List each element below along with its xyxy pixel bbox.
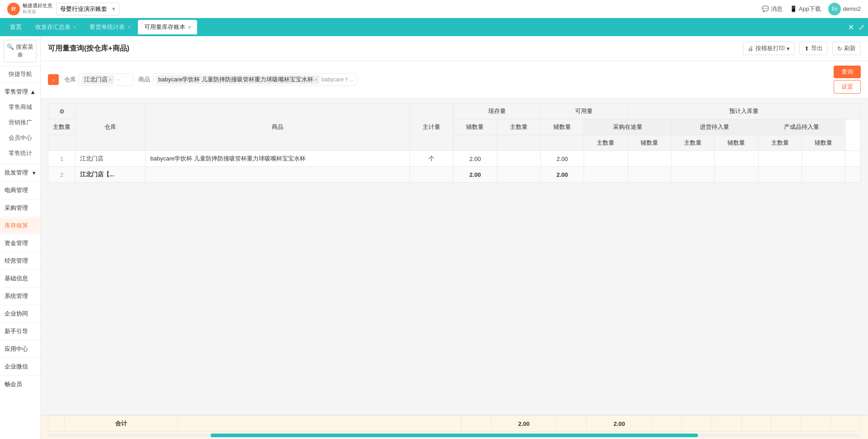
tab-receive-close[interactable]: × <box>73 24 76 30</box>
footer-area: 合计 2.00 2.00 <box>41 415 868 439</box>
sidebar-group-retail-header[interactable]: 零售管理 ▲ <box>0 84 40 99</box>
row-1-av-sub <box>584 151 627 167</box>
inventory-table: ⚙ 仓库 商品 主计量 现存量 可用量 预计入库量 主数量 辅数量 主数量 辅数… <box>48 103 861 183</box>
user-name: demo2 <box>843 5 861 12</box>
th-pt-main: 主数量 <box>584 135 627 151</box>
retail-chevron-icon: ▲ <box>30 89 36 95</box>
table-row: 2 江北门店【... 2.00 2.00 <box>48 167 861 183</box>
sidebar-group-retail: 零售管理 ▲ 零售商城 营销推广 会员中心 零售统计 <box>0 82 40 163</box>
sidebar-item-member-center[interactable]: 会员中心 <box>0 130 40 146</box>
app-icon: 📱 <box>790 5 797 12</box>
sidebar-enterprise-header[interactable]: 企业协同 <box>0 306 40 321</box>
top-bar-right: 💬 消息 📱 App下载 Ea demo2 <box>762 3 861 15</box>
logo-text-area: 畅捷通好生意 标准版 <box>23 3 52 15</box>
app-label: App下载 <box>799 5 821 13</box>
divider-3 <box>0 199 40 199</box>
warehouse-more[interactable]: ··· <box>116 76 120 83</box>
sidebar-app-center-header[interactable]: 应用中心 <box>0 341 40 357</box>
table-container: ⚙ 仓库 商品 主计量 现存量 可用量 预计入库量 主数量 辅数量 主数量 辅数… <box>41 99 868 415</box>
store-selector[interactable]: 母婴行业演示账套 ▾ <box>56 3 119 15</box>
sidebar-ecommerce-header[interactable]: 电商管理 <box>0 183 40 198</box>
message-label: 消息 <box>771 5 783 13</box>
divider-2 <box>0 181 40 182</box>
th-settings[interactable]: ⚙ <box>48 104 75 119</box>
th-cs-main: 主数量 <box>48 119 75 135</box>
product-tag-container[interactable]: babycare学饮杯 儿童防摔防撞吸管杯重力球吸嘴杯宝宝水杯 × babyca… <box>153 73 357 86</box>
sidebar-system-header[interactable]: 系统管理 <box>0 288 40 304</box>
footer-empty-3 <box>461 416 491 432</box>
row-2-fp-sub <box>845 167 861 183</box>
retail-mgmt-label: 零售管理 <box>5 88 28 96</box>
tab-home[interactable]: 首页 <box>4 20 28 34</box>
divider-8 <box>0 287 40 288</box>
query-btn[interactable]: 查询 <box>834 66 861 78</box>
export-icon: ⬆ <box>804 45 809 52</box>
wholesale-chevron-icon: ▾ <box>33 170 36 176</box>
th-pt-sub: 辅数量 <box>627 135 671 151</box>
tab-available[interactable]: 可用量库存账本 × <box>138 20 197 34</box>
sidebar-new-guide-header[interactable]: 新手引导 <box>0 324 40 339</box>
sidebar-group-wholesale-header[interactable]: 批发管理 ▾ <box>0 165 40 180</box>
sidebar: 🔍 搜索菜单 快捷导航 零售管理 ▲ 零售商城 营销推广 会员中心 零售统计 <box>0 36 41 439</box>
sidebar-item-marketing[interactable]: 营销推广 <box>0 115 40 130</box>
search-menu-btn[interactable]: 🔍 搜索菜单 <box>4 40 37 62</box>
footer-empty-1 <box>48 416 65 432</box>
user-area[interactable]: Ea demo2 <box>828 3 861 15</box>
product-more[interactable]: babycare？... <box>321 76 354 84</box>
logo-text: 畅捷通好生意 <box>23 3 52 9</box>
print-btn[interactable]: 🖨 按模板打印 ▾ <box>743 42 795 55</box>
warehouse-filter-group: 仓库 江北门店 × ··· <box>64 73 133 86</box>
th-av-sub: 辅数量 <box>540 119 584 135</box>
export-btn[interactable]: ⬆ 导出 <box>799 42 828 55</box>
row-1-pt-sub <box>671 151 714 167</box>
sidebar-purchase-header[interactable]: 采购管理 <box>0 200 40 216</box>
footer-ip-main <box>741 416 771 432</box>
quick-nav-btn[interactable]: 快捷导航 <box>0 66 40 82</box>
footer-label: 合计 <box>65 416 178 432</box>
footer-av-sub <box>652 416 682 432</box>
print-icon: 🖨 <box>748 45 754 52</box>
row-2-ip-sub <box>758 167 802 183</box>
app-download-btn[interactable]: 📱 App下载 <box>790 5 821 13</box>
tab-receive[interactable]: 收发存汇总表 × <box>29 20 82 34</box>
close-window-icon[interactable]: ✕ <box>848 23 854 32</box>
sidebar-member-header[interactable]: 畅会员 <box>0 377 40 392</box>
footer-ip-sub <box>771 416 801 432</box>
footer-cs-sub <box>557 416 586 432</box>
message-btn[interactable]: 💬 消息 <box>762 5 783 13</box>
sidebar-item-retail-mall[interactable]: 零售商城 <box>0 99 40 115</box>
table-row: 1 江北门店 babycare学饮杯 儿童防摔防撞吸管杯重力球吸嘴杯宝宝水杯 个… <box>48 151 861 167</box>
sidebar-business-header[interactable]: 经营管理 <box>0 253 40 269</box>
filter-toggle-btn[interactable]: › <box>48 74 59 85</box>
product-tag-1-close[interactable]: × <box>315 77 317 82</box>
sidebar-inventory-header[interactable]: 库存核算 <box>0 218 40 233</box>
sidebar-item-retail-stats[interactable]: 零售统计 <box>0 146 40 161</box>
expand-icon[interactable]: ⤢ <box>859 23 864 32</box>
warehouse-tag-close[interactable]: × <box>109 77 112 82</box>
system-label: 系统管理 <box>5 292 28 300</box>
nav-right-icons: ✕ ⤢ <box>848 23 864 32</box>
sidebar-basic-header[interactable]: 基础信息 <box>0 271 40 286</box>
scrollbar-thumb[interactable] <box>211 434 698 437</box>
top-bar: 好 畅捷通好生意 标准版 母婴行业演示账套 ▾ 💬 消息 📱 App下载 Ea … <box>0 0 868 18</box>
tab-order-close[interactable]: × <box>127 24 130 30</box>
th-warehouse: 仓库 <box>75 104 146 151</box>
footer-pt-main <box>682 416 712 432</box>
tab-order[interactable]: 要货单统计表 × <box>83 20 137 34</box>
retail-stats-label: 零售统计 <box>9 150 32 156</box>
tab-available-close[interactable]: × <box>188 24 191 30</box>
refresh-btn[interactable]: ↻ 刷新 <box>832 42 861 55</box>
scrollbar-area[interactable] <box>48 434 861 437</box>
divider-11 <box>0 340 40 340</box>
row-2-av-main: 2.00 <box>540 167 584 183</box>
row-1-pt-main <box>627 151 671 167</box>
app-center-label: 应用中心 <box>5 345 28 353</box>
page-title: 可用量查询(按仓库+商品) <box>48 44 129 53</box>
member-center-label: 会员中心 <box>9 134 32 141</box>
sidebar-finance-header[interactable]: 资金管理 <box>0 236 40 251</box>
logo-icon: 好 <box>7 3 20 15</box>
sidebar-enterprise-wechat-header[interactable]: 企业微信 <box>0 359 40 374</box>
th-fp-main: 主数量 <box>758 135 802 151</box>
settings-btn[interactable]: 设置 <box>834 80 861 94</box>
warehouse-tag-container[interactable]: 江北门店 × ··· <box>79 73 133 86</box>
